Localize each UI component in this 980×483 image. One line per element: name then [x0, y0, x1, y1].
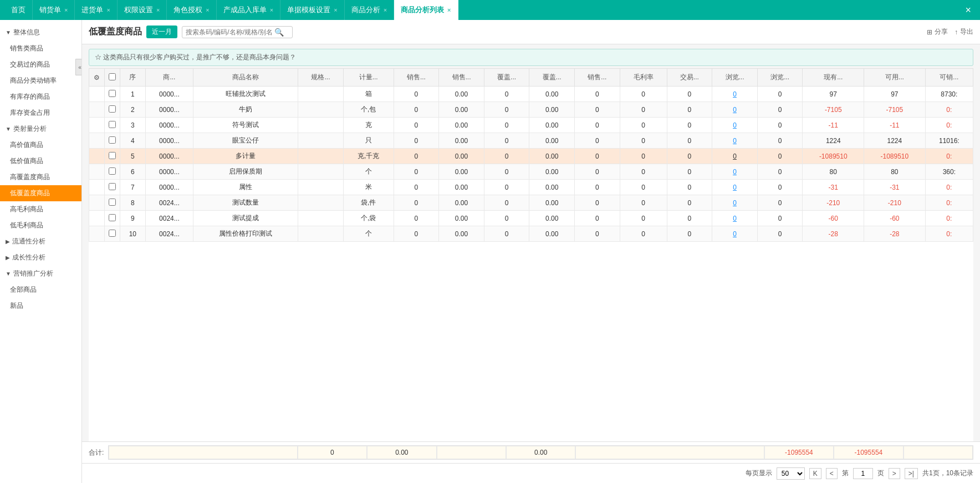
nav-product-analysis-close[interactable]: × [384, 7, 387, 13]
table-body: 10000...旺辅批次测试箱00.0000.000000097978730:2… [89, 87, 973, 242]
th-browse1: 浏览... [712, 69, 758, 87]
table-header-row: ⚙ 序 商... 商品名称 规格... 计量... 销售... 销售... 覆盖… [89, 69, 973, 87]
nav-purchase-order[interactable]: 进货单 × [75, 0, 117, 20]
search-icon[interactable]: 🔍 [274, 28, 284, 37]
page-next-btn[interactable]: > [889, 468, 900, 479]
sidebar-item-low-value[interactable]: 低价值商品 [0, 153, 81, 169]
th-code: 商... [145, 69, 193, 87]
th-sales-amt: 销售... [439, 69, 484, 87]
nav-product-analysis[interactable]: 商品分析 × [345, 0, 394, 20]
section-growth-arrow: ▶ [6, 255, 10, 261]
page-input[interactable] [853, 468, 873, 479]
sidebar-section-marketing[interactable]: ▼ 营销推广分析 [0, 266, 81, 282]
nav-sales-order[interactable]: 销货单 × [33, 0, 75, 20]
footer-current: -1095554 [764, 446, 834, 459]
sidebar-item-all-goods[interactable]: 全部商品 [0, 282, 81, 298]
nav-purchase-order-close[interactable]: × [106, 7, 110, 13]
footer-total-label: 合计: [89, 448, 104, 457]
sidebar-item-category-turnover[interactable]: 商品分类动销率 [0, 73, 81, 89]
th-settings[interactable]: ⚙ [89, 69, 105, 87]
notice-bar: 合计: ☆ 这类商品只有很少客户购买过，是推广不够，还是商品本身问题？ [89, 49, 973, 66]
th-name: 商品名称 [193, 69, 298, 87]
page-last-btn[interactable]: >| [905, 468, 918, 479]
filter-recent-month-btn[interactable]: 近一月 [146, 26, 177, 38]
page-total: 共1页，10条记录 [922, 469, 973, 478]
footer-bar: 合计: 0 0.00 0.00 -1095554 -1095554 [82, 441, 980, 463]
table-row: 10000...旺辅批次测试箱00.0000.000000097978730: [89, 87, 973, 102]
page-size-select[interactable]: 50 100 200 [777, 467, 805, 480]
page-size-label: 每页显示 [746, 469, 772, 478]
sidebar-collapse-btn[interactable]: « [75, 59, 82, 75]
nav-template-settings[interactable]: 单据模板设置 × [280, 0, 344, 20]
sidebar-item-traded-goods[interactable]: 交易过的商品 [0, 57, 81, 73]
nav-permission-settings-close[interactable]: × [156, 7, 160, 13]
table-row: 80024...测试数量袋,件00.0000.0000000-210-2100: [89, 195, 973, 211]
sidebar-item-high-value[interactable]: 高价值商品 [0, 137, 81, 153]
section-category-arrow: ▼ [6, 126, 11, 132]
th-saleable: 可销... [925, 69, 973, 87]
footer-available: -1095554 [834, 446, 903, 459]
search-input[interactable] [186, 28, 274, 36]
sidebar-section-liquidity[interactable]: ▶ 流通性分析 [0, 233, 81, 250]
table-row: 100024...属性价格打印测试个00.0000.0000000-28-280… [89, 226, 973, 242]
footer-saleable-spacer [904, 446, 973, 459]
table-row: 90024...测试提成个,袋00.0000.0000000-60-600: [89, 211, 973, 226]
nav-product-analysis-list-close[interactable]: × [447, 7, 451, 13]
settings-icon[interactable]: ⚙ [94, 74, 100, 82]
export-icon: ↑ [955, 28, 958, 36]
sidebar-section-growth[interactable]: ▶ 成长性分析 [0, 250, 81, 266]
sidebar-item-stock-capital[interactable]: 库存资金占用 [0, 105, 81, 121]
content-header: 低覆盖度商品 近一月 🔍 ⊞ 分享 ↑ 导出 [82, 20, 980, 44]
nav-template-settings-close[interactable]: × [334, 7, 337, 13]
nav-role-auth-close[interactable]: × [206, 7, 209, 13]
page-prev-btn[interactable]: < [826, 468, 838, 479]
select-all-checkbox[interactable] [109, 73, 116, 80]
table-row: 50000...多计量克,千克00.0000.0000000-1089510-1… [89, 149, 973, 164]
share-btn[interactable]: ⊞ 分享 [927, 27, 948, 37]
footer-spacer3 [575, 446, 764, 459]
th-sales-qty: 销售... [394, 69, 439, 87]
nav-product-analysis-list[interactable]: 商品分析列表 × [394, 0, 458, 20]
top-nav: 首页 销货单 × 进货单 × 权限设置 × 角色授权 × 产成品入库单 × 单据… [0, 0, 980, 20]
nav-role-auth[interactable]: 角色授权 × [167, 0, 216, 20]
nav-home[interactable]: 首页 [4, 0, 33, 20]
sidebar-item-low-margin[interactable]: 低毛利商品 [0, 217, 81, 233]
table-row: 30000...符号测试克00.0000.0000000-11-110: [89, 118, 973, 133]
export-btn[interactable]: ↑ 导出 [955, 27, 973, 37]
th-available: 可用... [864, 69, 926, 87]
nav-product-inbound[interactable]: 产成品入库单 × [217, 0, 280, 20]
page-label2: 页 [877, 469, 884, 478]
sidebar-item-low-coverage[interactable]: 低覆盖度商品 [0, 185, 81, 201]
pagination-bar: 每页显示 50 100 200 K < 第 页 > >| 共1页，10条记录 [82, 463, 980, 483]
th-trade: 交易... [667, 69, 712, 87]
share-icon: ⊞ [927, 28, 932, 36]
sidebar-item-sales-goods[interactable]: 销售类商品 [0, 40, 81, 57]
footer-spacer1 [109, 446, 297, 459]
nav-close-all[interactable]: × [961, 4, 976, 16]
nav-sales-order-close[interactable]: × [64, 7, 68, 13]
page-title: 低覆盖度商品 [89, 26, 142, 38]
header-actions: ⊞ 分享 ↑ 导出 [927, 27, 973, 37]
th-sales2: 销售... [575, 69, 620, 87]
footer-spacer2 [437, 446, 506, 459]
table-row: 70000...属性米00.0000.0000000-31-310: [89, 180, 973, 195]
th-current: 现有... [803, 69, 864, 87]
main-layout: « ▼ 整体信息 销售类商品 交易过的商品 商品分类动销率 有库存的商品 库存资… [0, 20, 980, 483]
data-table: ⚙ 序 商... 商品名称 规格... 计量... 销售... 销售... 覆盖… [89, 68, 973, 242]
sidebar-item-in-stock[interactable]: 有库存的商品 [0, 89, 81, 105]
table-row: 20000...牛奶个,包00.0000.0000000-7105-71050: [89, 102, 973, 118]
nav-permission-settings[interactable]: 权限设置 × [118, 0, 167, 20]
th-unit: 计量... [343, 69, 394, 87]
sidebar-section-overall[interactable]: ▼ 整体信息 [0, 24, 81, 40]
footer-sales-qty: 0 [298, 446, 367, 459]
sidebar-item-high-coverage[interactable]: 高覆盖度商品 [0, 169, 81, 185]
page-first-btn[interactable]: K [809, 468, 821, 479]
sidebar-item-new-goods[interactable]: 新品 [0, 298, 81, 314]
th-checkbox[interactable] [105, 69, 120, 87]
sidebar-section-category[interactable]: ▼ 类射量分析 [0, 121, 81, 137]
nav-product-inbound-close[interactable]: × [270, 7, 273, 13]
sidebar-item-high-margin[interactable]: 高毛利商品 [0, 201, 81, 217]
section-liquidity-arrow: ▶ [6, 238, 10, 245]
notice-text: ☆ 这类商品只有很少客户购买过，是推广不够，还是商品本身问题？ [95, 53, 296, 62]
sidebar: « ▼ 整体信息 销售类商品 交易过的商品 商品分类动销率 有库存的商品 库存资… [0, 20, 82, 483]
